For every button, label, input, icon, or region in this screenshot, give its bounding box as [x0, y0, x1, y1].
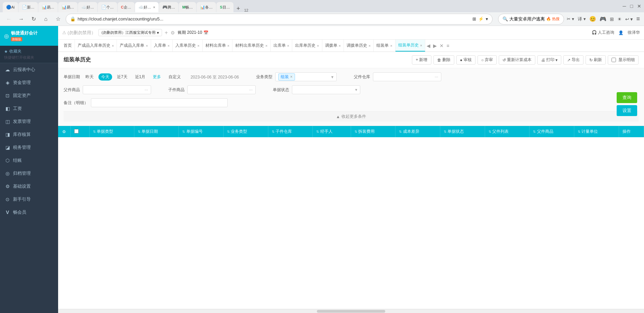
- tab-stock-out-history[interactable]: 出库单历史 ×: [292, 40, 322, 52]
- th-parent-list[interactable]: ⇅ 父件列表: [485, 126, 529, 137]
- parent-warehouse-input[interactable]: ···: [373, 72, 441, 81]
- tab-close-transfer-history[interactable]: ×: [368, 44, 371, 48]
- tab-material-out-history[interactable]: 材料出库单历史 ×: [232, 40, 270, 52]
- print-dropdown-icon[interactable]: ▾: [555, 58, 558, 62]
- new-button[interactable]: + 新增: [412, 55, 431, 65]
- period-selector[interactable]: 账期 2021-10 📅: [178, 30, 209, 35]
- note-input[interactable]: [91, 98, 228, 107]
- tab-close-product-in[interactable]: ×: [146, 44, 148, 48]
- company-settings-icon[interactable]: ⚙: [171, 30, 175, 35]
- new-tab-button[interactable]: +: [234, 5, 243, 12]
- add-company-icon[interactable]: +: [165, 30, 168, 36]
- th-settings[interactable]: ⚙: [58, 126, 70, 137]
- tab-close-transfer[interactable]: ×: [339, 44, 341, 48]
- refresh-browser-button[interactable]: ↻: [29, 14, 38, 24]
- date-btn-1month[interactable]: 近1月: [132, 73, 148, 81]
- minimize-icon[interactable]: ─: [623, 3, 626, 9]
- star-button[interactable]: ☆: [53, 14, 63, 24]
- browser-tab-12[interactable]: S 目…: [216, 2, 233, 12]
- tab-transfer[interactable]: 调拨单 ×: [322, 40, 344, 52]
- tab-close-material-out-history[interactable]: ×: [265, 44, 267, 48]
- tab-assembly[interactable]: 组装单 ×: [374, 40, 395, 52]
- collapse-bar[interactable]: ▲ 收起更多条件: [64, 111, 639, 122]
- th-biz-type[interactable]: ⇅ 业务类型: [223, 126, 268, 137]
- print-button[interactable]: 🖨 打印 ▾: [537, 55, 561, 65]
- th-parent-goods[interactable]: ⇅ 父件商品: [529, 126, 574, 137]
- bottom-scrollbar[interactable]: [58, 309, 644, 313]
- tab-assembly-history[interactable]: 组装单历史 ×: [395, 40, 425, 52]
- tab-close-material-out[interactable]: ×: [227, 44, 229, 48]
- browser-tab-6[interactable]: 📄 个…: [98, 2, 117, 12]
- sidebar-item-archive[interactable]: ◎ 归档管理: [0, 167, 58, 180]
- sidebar-item-fixed-assets[interactable]: ⊡ 固定资产: [0, 89, 58, 102]
- translate-icon[interactable]: 译 ▾: [578, 16, 586, 22]
- browser-tab-9[interactable]: 🎮 腾…: [159, 2, 178, 12]
- th-doc-date[interactable]: ⇅ 单据日期: [134, 126, 179, 137]
- show-detail-input[interactable]: [612, 58, 616, 62]
- dropdown-icon[interactable]: ▾: [486, 16, 488, 22]
- audit-button[interactable]: ● 审核: [456, 55, 475, 65]
- status-input[interactable]: ▾: [292, 85, 360, 94]
- browser-tab-5[interactable]: ☁️ 好…: [78, 2, 97, 12]
- date-btn-more[interactable]: 更多: [150, 73, 164, 81]
- child-goods-input[interactable]: ···: [187, 85, 256, 94]
- child-goods-ellipsis[interactable]: ···: [249, 87, 253, 92]
- recalculate-button[interactable]: ↺ 重新计算成本: [499, 55, 535, 65]
- grid-view-icon[interactable]: ⊞: [610, 16, 614, 22]
- sidebar-item-invoice[interactable]: ◫ 发票管理: [0, 115, 58, 128]
- th-assembly-cost[interactable]: ⇅ 拆装费用: [351, 126, 395, 137]
- sidebar-item-tax[interactable]: ◪ 税务管理: [0, 141, 58, 154]
- tab-close-stock-out-history[interactable]: ×: [317, 44, 319, 48]
- tab-close-stock-in-history[interactable]: ×: [197, 44, 199, 48]
- export-button[interactable]: ↗ 导出: [563, 55, 583, 65]
- tab-close-assembly-history[interactable]: ×: [420, 43, 422, 47]
- browser-tab-3[interactable]: 📊 易…: [38, 2, 58, 12]
- browser-tab-1[interactable]: 🔵 Ai: [3, 2, 18, 12]
- date-btn-7days[interactable]: 近7天: [114, 73, 130, 81]
- tab-close-all[interactable]: ✕: [438, 43, 445, 48]
- brightness-icon[interactable]: ☀: [617, 16, 622, 22]
- tab-product-in[interactable]: 产成品入库单 ×: [117, 40, 151, 52]
- sidebar-item-inventory[interactable]: ◨ 库存核算: [0, 128, 58, 141]
- tag-close-business-type[interactable]: ×: [290, 74, 293, 79]
- parent-goods-ellipsis[interactable]: ···: [145, 87, 148, 92]
- back-button[interactable]: ←: [4, 14, 14, 24]
- forward-button[interactable]: →: [16, 14, 26, 24]
- sidebar-item-payroll[interactable]: ◧ 工资: [0, 102, 58, 115]
- th-sub-warehouse[interactable]: ⇅ 子件仓库: [268, 126, 313, 137]
- tab-stock-out[interactable]: 出库单 ×: [271, 40, 292, 52]
- sidebar-item-close-accounts[interactable]: ⬡ 结账: [0, 154, 58, 167]
- tab-product-in-history[interactable]: 产成品入库单历史 ×: [75, 40, 117, 52]
- maximize-icon[interactable]: □: [630, 3, 633, 9]
- th-doc-type[interactable]: ⇅ 单据类型: [89, 126, 134, 137]
- show-detail-checkbox[interactable]: 显示明细: [608, 55, 639, 65]
- date-btn-yesterday[interactable]: 昨天: [83, 73, 96, 81]
- th-doc-status[interactable]: ⇅ 单据状态: [440, 126, 485, 137]
- table-settings-icon[interactable]: ⚙: [62, 129, 66, 134]
- scissors-icon[interactable]: ✂ ▾: [567, 16, 574, 22]
- extension-icon-2[interactable]: 🎮: [600, 16, 606, 22]
- favorites-title[interactable]: ★ 收藏夹: [4, 48, 54, 54]
- home-button[interactable]: ⌂: [41, 14, 51, 24]
- th-cost-diff[interactable]: ⇅ 成本差异: [395, 126, 440, 137]
- browser-tab-2[interactable]: 📄 新…: [18, 2, 38, 12]
- tab-home[interactable]: 首页: [61, 40, 75, 52]
- business-type-dropdown[interactable]: ▾: [331, 74, 334, 80]
- tab-stock-in-history[interactable]: 入库单历史 ×: [173, 40, 202, 52]
- customer-service-icon[interactable]: 🎧 人工咨询: [592, 30, 614, 35]
- delete-button[interactable]: 🗑 删除: [433, 55, 454, 65]
- sidebar-item-vip[interactable]: V 畅会员: [0, 206, 58, 219]
- address-bar[interactable]: 🔒 https://cloud.chanjet.com/accounting/u…: [66, 14, 493, 25]
- extension-icon-1[interactable]: 😊: [589, 16, 596, 22]
- company-selector[interactable]: (勿删勿禁用）江西服宝测试专用 ▾: [98, 29, 162, 36]
- query-button[interactable]: 查询: [617, 92, 637, 103]
- browser-tab-4[interactable]: 📊 易…: [58, 2, 78, 12]
- date-btn-today[interactable]: 今天: [98, 73, 112, 81]
- tab-transfer-history[interactable]: 调拨单历史 ×: [344, 40, 374, 52]
- close-icon[interactable]: ✕: [637, 3, 641, 9]
- browser-tab-8[interactable]: ☁️ 好… ×: [135, 2, 159, 12]
- sidebar-item-capital[interactable]: ◈ 资金管理: [0, 76, 58, 89]
- settings-button[interactable]: 设置: [617, 105, 637, 116]
- th-doc-no[interactable]: ⇅ 单据编号: [179, 126, 224, 137]
- tab-close-stock-in[interactable]: ×: [167, 44, 170, 48]
